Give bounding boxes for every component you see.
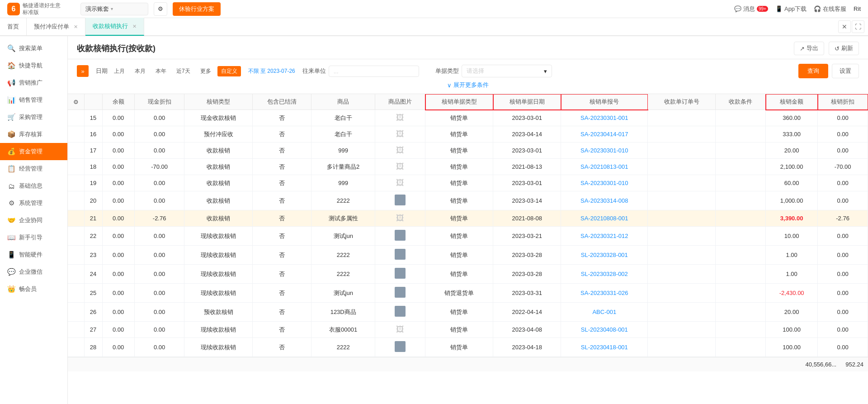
sidebar-item-basic[interactable]: 🗂 基础信息: [0, 177, 67, 195]
date-shortcut-more[interactable]: 更多: [197, 66, 215, 76]
setting-button[interactable]: 设置: [832, 64, 859, 78]
col-header-seq: [84, 94, 102, 110]
cell-writeoff-discount: 0.00: [818, 143, 868, 159]
cell-writeoff-doc-no[interactable]: ABC-001: [561, 303, 648, 322]
sidebar-item-guide[interactable]: 📖 新手引导: [0, 229, 67, 246]
doc-no-link[interactable]: SA-20230314-008: [580, 197, 628, 204]
tab-expand-button[interactable]: ⛶: [852, 20, 864, 33]
cell-writeoff-doc-type: 销货单: [425, 246, 493, 265]
cell-writeoff-doc-no[interactable]: SA-20210808-001: [561, 210, 648, 227]
cell-writeoff-discount: 0.00: [818, 175, 868, 191]
doc-no-link[interactable]: SL-20230328-002: [581, 271, 628, 277]
cell-writeoff-doc-no[interactable]: SL-20230328-002: [561, 265, 648, 284]
tab-receipt-close[interactable]: ✕: [132, 24, 137, 29]
doc-no-link[interactable]: SA-20230301-010: [580, 147, 628, 154]
cell-writeoff-doc-date: 2023-04-14: [493, 126, 561, 143]
tab-receipt[interactable]: 收款核销执行 ✕: [85, 18, 144, 36]
marketing-icon: 📢: [7, 79, 15, 87]
cell-balance: 0.00: [102, 159, 134, 175]
cell-payment-terms: [716, 110, 766, 126]
online-service-button[interactable]: 🎧 在线客服: [814, 5, 846, 13]
doc-no-link[interactable]: SA-20230301-010: [580, 180, 628, 186]
cell-gear: [68, 210, 84, 227]
cell-writeoff-doc-no[interactable]: SA-20230301-010: [561, 175, 648, 191]
sidebar-item-member[interactable]: 👑 畅会员: [0, 280, 67, 298]
sidebar-item-marketing[interactable]: 📢 营销推广: [0, 74, 67, 91]
table-row: 27 0.00 0.00 现续收款核销 否 衣服00001 🖼 销货单 2023…: [68, 322, 868, 338]
tab-home[interactable]: 首页: [0, 18, 27, 36]
wechat-icon: 💬: [7, 268, 15, 276]
cell-balance: 0.00: [102, 175, 134, 191]
cell-writeoff-doc-no[interactable]: SL-20230408-001: [561, 322, 648, 338]
refresh-button[interactable]: ↺ 刷新: [829, 42, 859, 55]
cell-writeoff-amount: 100.00: [766, 322, 818, 338]
message-button[interactable]: 💬 消息 99+: [734, 5, 768, 13]
sidebar-item-system[interactable]: ⚙ 系统管理: [0, 195, 67, 212]
col-header-write-off-type: 核销类型: [184, 94, 252, 110]
cell-writeoff-discount: 0.00: [818, 322, 868, 338]
sidebar-item-enterprise[interactable]: 🤝 企业协同: [0, 212, 67, 229]
sidebar-item-purchase[interactable]: 🛒 采购管理: [0, 109, 67, 126]
sidebar-item-finance[interactable]: 💰 资金管理: [0, 143, 67, 160]
doc-no-link[interactable]: SA-20210808-001: [580, 215, 628, 222]
cell-goods: 老白干: [311, 126, 375, 143]
sidebar-item-hardware[interactable]: 📱 智能硬件: [0, 246, 67, 263]
cell-writeoff-doc-no[interactable]: SA-20230314-008: [561, 191, 648, 210]
tab-prepay[interactable]: 预付冲应付单 ✕: [27, 18, 85, 36]
sidebar-item-operations[interactable]: 📋 经营管理: [0, 160, 67, 177]
doc-no-link[interactable]: SL-20230418-001: [581, 344, 628, 351]
cell-writeoff-doc-type: 销货单: [425, 338, 493, 357]
doc-no-link[interactable]: ABC-001: [592, 309, 616, 315]
doc-no-link[interactable]: SA-20230331-026: [580, 290, 628, 296]
date-shortcut-this-year[interactable]: 本年: [152, 66, 170, 76]
cell-writeoff-doc-no[interactable]: SA-20230414-017: [561, 126, 648, 143]
sidebar-item-quicknav-label: 快捷导航: [19, 62, 42, 70]
sidebar-item-inventory[interactable]: 📦 库存核算: [0, 126, 67, 143]
doc-no-link[interactable]: SA-20230321-012: [580, 233, 628, 239]
cell-goods: 老白干: [311, 110, 375, 126]
company-selector[interactable]: 演示账套 ▾: [80, 3, 148, 15]
doc-no-link[interactable]: SA-20230301-001: [580, 114, 628, 121]
date-shortcut-last-month[interactable]: 上月: [110, 66, 128, 76]
cell-receipt-order-no: [648, 143, 716, 159]
cell-receipt-order-no: [648, 110, 716, 126]
page-title: 收款核销执行(按收款): [77, 43, 156, 54]
cell-writeoff-doc-no[interactable]: SA-20230331-026: [561, 284, 648, 303]
sidebar-item-wechat[interactable]: 💬 企业微信: [0, 263, 67, 280]
date-shortcut-this-month[interactable]: 本月: [131, 66, 149, 76]
doctype-select-arrow: ▾: [544, 68, 547, 75]
settings-button[interactable]: ⚙: [154, 2, 167, 16]
sidebar-item-quicknav[interactable]: 🏠 快捷导航: [0, 57, 67, 74]
doc-no-link[interactable]: SA-20210813-001: [580, 163, 628, 170]
filter-expand-toggle[interactable]: »: [77, 65, 89, 77]
cell-receipt-order-no: [648, 175, 716, 191]
doctype-select[interactable]: 请选择 ▾: [462, 65, 552, 77]
sidebar-item-sales[interactable]: 📊 销售管理: [0, 91, 67, 109]
export-button[interactable]: ↗ 导出: [794, 42, 824, 55]
expand-more-conditions[interactable]: ∨ 展开更多条件: [77, 81, 859, 89]
app-download-button[interactable]: 📱 App下载: [775, 5, 807, 13]
query-button[interactable]: 查询: [798, 64, 828, 78]
date-shortcut-7days[interactable]: 近7天: [173, 66, 194, 76]
tab-prepay-close[interactable]: ✕: [74, 24, 78, 30]
cell-writeoff-doc-no[interactable]: SL-20230328-001: [561, 246, 648, 265]
doc-no-link[interactable]: SL-20230328-001: [581, 252, 628, 258]
tab-close-button[interactable]: ✕: [838, 20, 851, 33]
date-shortcut-custom[interactable]: 自定义: [217, 66, 241, 76]
cell-receipt-order-no: [648, 265, 716, 284]
cell-writeoff-doc-no[interactable]: SA-20230301-010: [561, 143, 648, 159]
cell-writeoff-doc-no[interactable]: SL-20230418-001: [561, 338, 648, 357]
party-input[interactable]: ...: [329, 66, 419, 77]
industry-button[interactable]: 休验行业方案: [173, 2, 221, 16]
cell-writeoff-amount: 2,100.00: [766, 159, 818, 175]
cell-writeoff-doc-no[interactable]: SA-20230321-012: [561, 227, 648, 246]
cell-writeoff-doc-no[interactable]: SA-20230301-001: [561, 110, 648, 126]
doc-no-link[interactable]: SA-20230414-017: [580, 131, 628, 138]
col-header-gear[interactable]: ⚙: [68, 94, 84, 110]
doc-no-link[interactable]: SL-20230408-001: [581, 326, 628, 333]
cell-seq: 17: [84, 143, 102, 159]
sidebar-item-search[interactable]: 🔍 搜索菜单: [0, 40, 67, 57]
cell-writeoff-doc-no[interactable]: SA-20210813-001: [561, 159, 648, 175]
user-name[interactable]: Rit: [854, 5, 861, 12]
cell-writeoff-amount: -2,430.00: [766, 284, 818, 303]
